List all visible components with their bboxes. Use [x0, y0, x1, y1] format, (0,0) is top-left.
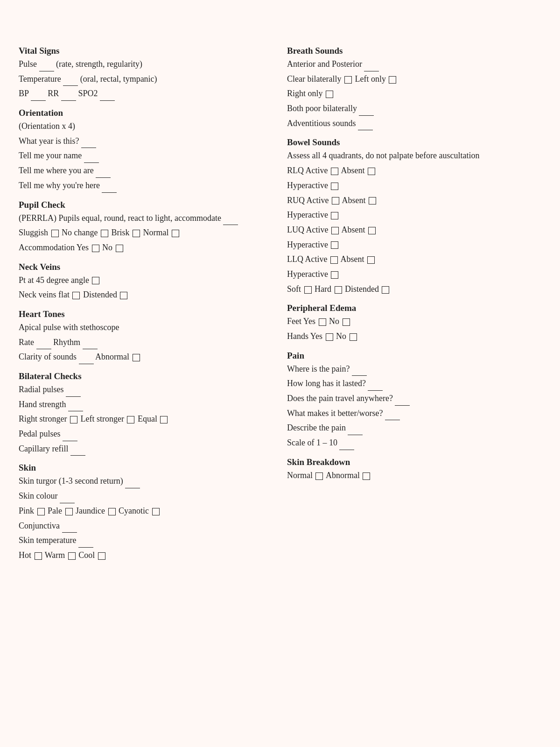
blank-field[interactable]: [100, 92, 115, 101]
blank-field[interactable]: [84, 155, 99, 163]
blank-field[interactable]: [395, 397, 410, 406]
blank-field[interactable]: [81, 140, 96, 148]
blank-field[interactable]: [359, 107, 374, 116]
checkbox[interactable]: [368, 168, 375, 175]
blank-field[interactable]: [385, 412, 400, 420]
checkbox[interactable]: [319, 318, 326, 326]
blank-field[interactable]: [63, 78, 78, 86]
blank-field[interactable]: [96, 169, 111, 178]
list-item: LLQ Active Absent: [287, 252, 541, 267]
checkbox[interactable]: [330, 256, 338, 264]
checkbox[interactable]: [326, 91, 333, 98]
list-item: Conjunctiva: [19, 519, 273, 534]
checkbox[interactable]: [331, 183, 338, 190]
list-item: Scale of 1 – 10: [287, 436, 541, 451]
checkbox[interactable]: [108, 508, 116, 515]
list-item: Feet Yes No: [287, 314, 541, 329]
checkbox[interactable]: [120, 292, 127, 299]
checkbox[interactable]: [389, 76, 396, 84]
section-heart-tones: Heart TonesApical pulse with stethoscope…: [19, 303, 273, 365]
section-title: Vital Signs: [19, 46, 273, 56]
list-item: Pt at 45 degree angle: [19, 273, 273, 288]
blank-field[interactable]: [70, 447, 85, 456]
blank-field[interactable]: [125, 480, 140, 488]
checkbox[interactable]: [133, 230, 140, 237]
blank-field[interactable]: [61, 92, 76, 101]
checkbox[interactable]: [37, 508, 45, 515]
blank-field[interactable]: [78, 539, 93, 548]
blank-field[interactable]: [223, 217, 238, 225]
checkbox[interactable]: [350, 333, 357, 341]
blank-field[interactable]: [352, 367, 367, 376]
checkbox[interactable]: [116, 245, 123, 252]
checkbox[interactable]: [172, 230, 179, 237]
checkbox[interactable]: [65, 508, 73, 515]
blank-field[interactable]: [62, 524, 77, 533]
checkbox[interactable]: [331, 168, 338, 175]
list-item: Pink Pale Jaundice Cyanotic: [19, 504, 273, 519]
checkbox[interactable]: [335, 286, 342, 294]
blank-field[interactable]: [39, 63, 54, 71]
list-item: Right stronger Left stronger Equal: [19, 412, 273, 427]
checkbox[interactable]: [133, 354, 140, 361]
list-item: Adventitious sounds: [287, 116, 541, 131]
blank-field[interactable]: [102, 184, 117, 193]
checkbox[interactable]: [326, 333, 333, 341]
blank-field[interactable]: [358, 122, 373, 130]
section-title: Pain: [287, 351, 541, 361]
checkbox[interactable]: [127, 416, 134, 423]
blank-field[interactable]: [36, 341, 51, 349]
blank-field[interactable]: [364, 63, 379, 71]
checkbox[interactable]: [51, 230, 59, 237]
checkbox[interactable]: [160, 416, 168, 423]
section-title: Bowel Sounds: [287, 137, 541, 148]
checkbox[interactable]: [331, 241, 338, 249]
checkbox[interactable]: [331, 271, 338, 279]
checkbox[interactable]: [343, 318, 350, 326]
section-title: Pupil Check: [19, 200, 273, 210]
checkbox[interactable]: [331, 227, 339, 234]
list-item: What makes it better/worse?: [287, 406, 541, 421]
left-column: Vital SignsPulse (rate, strength, regula…: [19, 39, 273, 563]
blank-field[interactable]: [31, 92, 46, 101]
blank-field[interactable]: [66, 388, 81, 397]
checkbox[interactable]: [101, 230, 108, 237]
blank-field[interactable]: [339, 442, 354, 450]
checkbox[interactable]: [315, 472, 323, 480]
checkbox[interactable]: [35, 552, 42, 560]
list-item: Describe the pain: [287, 421, 541, 436]
checkbox[interactable]: [331, 212, 338, 219]
list-item: Both poor bilaterally: [287, 101, 541, 116]
section-neck-veins: Neck VeinsPt at 45 degree angle Neck vei…: [19, 255, 273, 303]
checkbox[interactable]: [98, 552, 105, 560]
blank-field[interactable]: [63, 433, 77, 441]
list-item: Hyperactive: [287, 178, 541, 193]
list-item: BP RR SPO2: [19, 86, 273, 101]
checkbox[interactable]: [368, 227, 376, 234]
checkbox[interactable]: [382, 286, 389, 294]
checkbox[interactable]: [369, 197, 376, 204]
blank-field[interactable]: [60, 495, 75, 503]
checkbox[interactable]: [363, 472, 370, 480]
list-item: RUQ Active Absent: [287, 193, 541, 208]
checkbox[interactable]: [332, 197, 339, 204]
blank-field[interactable]: [83, 341, 98, 349]
checkbox[interactable]: [152, 508, 160, 515]
blank-field[interactable]: [68, 403, 83, 411]
checkbox[interactable]: [344, 76, 352, 84]
list-item: Tell me why you're here: [19, 178, 273, 193]
section-title: Heart Tones: [19, 309, 273, 319]
checkbox[interactable]: [367, 256, 375, 264]
list-item: Skin colour: [19, 489, 273, 504]
section-bilateral-checks: Bilateral ChecksRadial pulses Hand stren…: [19, 365, 273, 456]
checkbox[interactable]: [92, 277, 99, 284]
blank-field[interactable]: [348, 427, 363, 435]
checkbox[interactable]: [72, 292, 80, 299]
checkbox[interactable]: [70, 416, 77, 423]
checkbox[interactable]: [68, 552, 76, 560]
list-item: Anterior and Posterior: [287, 57, 541, 72]
checkbox[interactable]: [304, 286, 312, 294]
checkbox[interactable]: [92, 245, 99, 252]
blank-field[interactable]: [368, 382, 383, 391]
blank-field[interactable]: [79, 356, 94, 364]
